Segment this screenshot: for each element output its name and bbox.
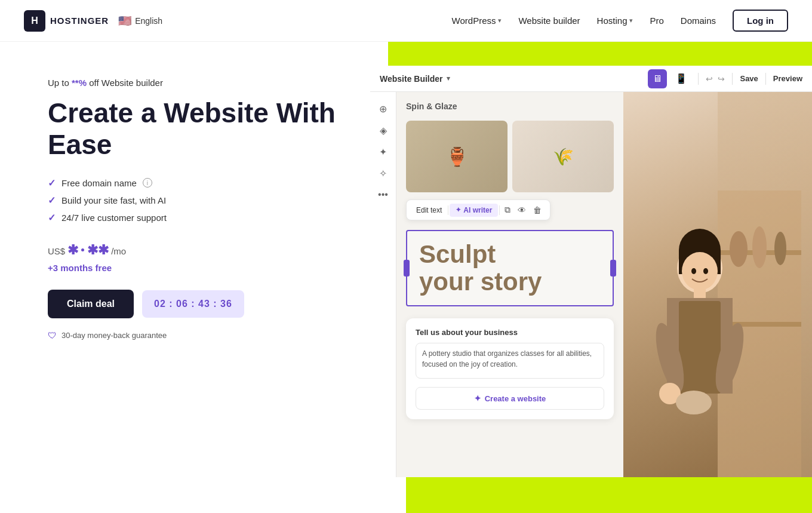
resize-handle-right[interactable] [610,260,616,277]
sculpt-headline: Sculpt your story [419,241,601,296]
claim-deal-button[interactable]: Claim deal [48,290,134,318]
pottery-images: 🏺 🌾 [406,121,614,192]
pottery-image-2: 🌾 [512,121,614,192]
feature-ai: ✓ Build your site fast, with AI [48,195,346,206]
offer-highlight: **% [72,78,87,88]
feature-support: ✓ 24/7 live customer support [48,212,346,223]
preview-button[interactable]: Preview [773,74,802,83]
pottery-image-1: 🏺 [406,121,508,192]
svg-point-17 [676,391,712,414]
toolbar-divider [448,205,448,215]
guarantee-text: 🛡 30-day money-back guarantee [48,330,346,340]
navbar: H HOSTINGER 🇺🇸 English WordPress ▾ Websi… [0,0,812,42]
toolbar-icons: 🖥 📱 ↩ ↪ Save Preview [648,69,802,88]
check-icon: ✓ [48,177,56,189]
svg-point-5 [774,232,786,265]
price-area: US$ ✱ ✱✱ /mo [48,242,346,258]
chevron-down-icon: ▾ [498,17,502,24]
mobile-view-icon[interactable]: 📱 [672,69,691,88]
redo-icon[interactable]: ↪ [718,74,725,84]
chevron-down-icon: ▾ [629,17,633,24]
check-icon: ✓ [48,195,56,206]
hero-section: Up to **% off Website builder Create a W… [0,42,812,513]
desktop-view-icon[interactable]: 🖥 [648,69,667,88]
nav-domains[interactable]: Domains [681,16,716,26]
text-edit-toolbar: Edit text ✦ AI writer ⧉ 👁 🗑 [406,199,550,220]
svg-point-18 [691,268,696,274]
builder-canvas: Spin & Glaze 🏺 🌾 Edit text [396,92,812,477]
green-accent-bottom [406,477,812,513]
hero-title: Create a Website With Ease [48,97,346,161]
nav-website-builder[interactable]: Website builder [518,16,580,26]
more-options-icon[interactable]: ••• [374,185,393,204]
logo-icon: H [24,10,45,32]
site-brand-name: Spin & Glaze [406,102,614,111]
language-label: English [135,16,162,26]
builder-preview: Website Builder ▾ 🖥 📱 ↩ ↪ Save Preview [370,42,812,513]
delete-icon[interactable]: 🗑 [530,203,545,217]
currency-label: US$ [48,246,65,256]
edit-text-button[interactable]: Edit text [411,204,447,217]
person-silhouette [623,92,812,477]
toolbar-divider [765,73,766,85]
ai-writer-button[interactable]: ✦ AI writer [450,204,498,217]
svg-point-4 [752,226,767,268]
info-icon[interactable]: i [143,178,152,188]
login-button[interactable]: Log in [733,10,788,32]
price-value: ✱ ✱✱ [67,242,109,258]
toolbar-divider [732,73,733,85]
sparkle-icon: ✦ [474,394,481,403]
feature-domain: ✓ Free domain name i [48,177,346,189]
undo-icon[interactable]: ↩ [706,74,713,84]
builder-body: ⊕ ◈ ✦ ✧ ••• Spin & Glaze 🏺 🌾 [370,92,812,477]
create-website-button[interactable]: ✦ Create a website [416,387,604,410]
save-button[interactable]: Save [740,74,758,83]
copy-icon[interactable]: ⧉ [501,202,514,217]
builder-brand: Website Builder ▾ [380,74,450,84]
navbar-left: H HOSTINGER 🇺🇸 English [24,10,162,32]
nav-hosting[interactable]: Hosting ▾ [597,16,633,26]
free-months-badge: +3 months free [48,263,346,273]
builder-toolbar: Website Builder ▾ 🖥 📱 ↩ ↪ Save Preview [370,66,812,92]
sculpt-text-block[interactable]: Sculpt your story [406,230,614,306]
business-description-input[interactable] [416,343,604,379]
ai-star-icon: ✦ [456,206,461,214]
svg-rect-13 [679,301,721,394]
ai-tool-icon[interactable]: ✦ [374,142,393,161]
main-nav: WordPress ▾ Website builder Hosting ▾ Pr… [452,10,788,32]
flag-icon: 🇺🇸 [118,14,131,27]
shield-icon: 🛡 [48,330,57,340]
ai-business-panel: Tell us about your business ✦ Create a w… [406,318,614,419]
hero-content: Up to **% off Website builder Create a W… [0,42,370,364]
canvas-content-left: Spin & Glaze 🏺 🌾 Edit text [396,92,623,477]
eye-icon[interactable]: 👁 [514,203,530,217]
sparkle-icon[interactable]: ✧ [374,164,393,183]
nav-pro[interactable]: Pro [650,16,663,26]
language-selector[interactable]: 🇺🇸 English [118,14,162,27]
logo[interactable]: H HOSTINGER [24,10,109,32]
logo-text: HOSTINGER [50,16,109,26]
offer-tag: Up to **% off Website builder [48,78,346,88]
check-icon: ✓ [48,212,56,223]
cta-row: Claim deal 02 : 06 : 43 : 36 [48,290,346,318]
person-image [623,92,812,477]
svg-point-9 [682,252,718,290]
resize-handle-left[interactable] [404,260,410,277]
chevron-down-icon: ▾ [447,75,450,82]
canvas-inner: Spin & Glaze 🏺 🌾 Edit text [396,92,812,477]
countdown-timer: 02 : 06 : 43 : 36 [142,290,244,318]
features-list: ✓ Free domain name i ✓ Build your site f… [48,177,346,223]
svg-point-19 [703,268,708,274]
person-svg [634,191,801,477]
builder-window: Website Builder ▾ 🖥 📱 ↩ ↪ Save Preview [370,66,812,477]
green-accent-top [388,42,812,66]
nav-wordpress[interactable]: WordPress ▾ [452,16,502,26]
builder-sidebar: ⊕ ◈ ✦ ✧ ••• [370,92,396,477]
ai-panel-title: Tell us about your business [416,328,604,337]
add-section-icon[interactable]: ⊕ [374,99,393,118]
toolbar-divider [499,205,500,215]
layers-icon[interactable]: ◈ [374,121,393,140]
canvas-person-photo [623,92,812,477]
toolbar-divider [698,73,699,85]
svg-point-3 [730,231,748,267]
